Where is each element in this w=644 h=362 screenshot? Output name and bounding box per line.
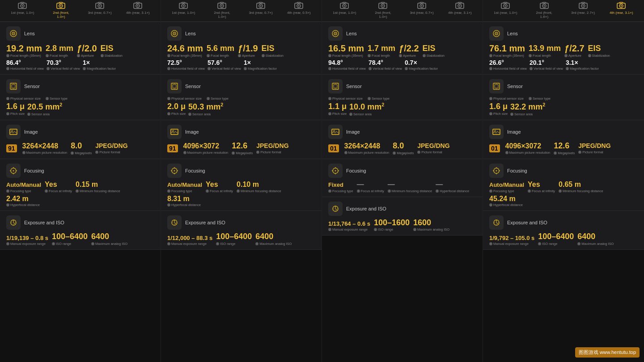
info-dot[interactable]: i (393, 152, 396, 155)
info-dot[interactable]: i (232, 152, 235, 155)
info-dot[interactable]: i (369, 67, 372, 70)
info-dot[interactable]: i (6, 67, 9, 70)
info-dot[interactable]: i (349, 113, 352, 116)
info-dot[interactable]: i (577, 242, 580, 245)
info-dot[interactable]: i (6, 97, 9, 100)
info-dot[interactable]: i (76, 189, 79, 193)
info-dot[interactable]: i (489, 67, 492, 70)
info-dot[interactable]: i (208, 67, 211, 70)
info-dot[interactable]: i (489, 112, 492, 115)
info-dot[interactable]: i (6, 112, 9, 115)
info-dot[interactable]: i (510, 113, 513, 116)
info-dot[interactable]: i (167, 242, 170, 245)
info-dot[interactable]: i (6, 54, 9, 57)
info-dot[interactable]: i (405, 67, 408, 70)
info-dot[interactable]: i (27, 113, 30, 116)
info-dot[interactable]: i (564, 54, 568, 57)
info-dot[interactable]: i (344, 151, 347, 154)
header-cam-2-3[interactable]: 3rd (rear, 0.7×) (249, 2, 272, 19)
info-dot[interactable]: i (237, 189, 240, 193)
info-dot[interactable]: i (216, 242, 219, 245)
info-dot[interactable]: i (530, 67, 533, 70)
info-dot[interactable]: i (167, 54, 170, 57)
info-dot[interactable]: i (46, 97, 49, 100)
info-dot[interactable]: i (368, 54, 371, 57)
header-cam-4-4[interactable]: 4th (rear, 3.1×) (610, 2, 633, 19)
info-dot[interactable]: i (328, 228, 331, 231)
info-dot[interactable]: i (538, 242, 541, 245)
info-dot[interactable]: i (529, 54, 532, 57)
info-dot[interactable]: i (328, 67, 331, 70)
info-dot[interactable]: i (71, 152, 74, 155)
header-cam-1-2[interactable]: 2nd (front, 1.0×) (49, 2, 73, 19)
info-dot[interactable]: i (52, 242, 55, 245)
header-cam-2-2[interactable]: 2nd (front, 1.0×) (210, 2, 234, 19)
info-dot[interactable]: i (188, 113, 191, 116)
info-dot[interactable]: i (6, 242, 9, 245)
info-dot[interactable]: i (328, 97, 331, 100)
info-dot[interactable]: i (559, 189, 562, 193)
info-dot[interactable]: i (46, 54, 49, 57)
info-dot[interactable]: i (489, 54, 492, 57)
info-dot[interactable]: i (6, 189, 9, 193)
info-dot[interactable]: i (167, 112, 170, 115)
info-dot[interactable]: i (357, 189, 360, 193)
header-cam-2-1[interactable]: 1st (rear, 1.0×) (172, 2, 195, 19)
info-dot[interactable]: i (328, 54, 331, 57)
info-dot[interactable]: i (566, 67, 569, 70)
info-dot[interactable]: i (489, 242, 492, 245)
header-cam-1-3[interactable]: 3rd (rear, 0.7×) (88, 2, 111, 19)
info-dot[interactable]: i (262, 54, 265, 57)
info-dot[interactable]: i (167, 203, 170, 206)
info-dot[interactable]: i (436, 189, 439, 193)
info-dot[interactable]: i (374, 228, 377, 231)
info-dot[interactable]: i (489, 189, 492, 193)
info-dot[interactable]: i (489, 97, 492, 100)
header-cam-3-4[interactable]: 4th (rear, 3.1×) (448, 2, 472, 19)
info-dot[interactable]: i (417, 151, 420, 154)
info-dot[interactable]: i (244, 67, 247, 70)
header-cam-4-3[interactable]: 3rd (rear, 2.7×) (571, 2, 595, 19)
info-dot[interactable]: i (167, 97, 170, 100)
info-dot[interactable]: i (256, 151, 259, 154)
info-dot[interactable]: i (83, 67, 86, 70)
info-dot[interactable]: i (95, 151, 98, 154)
info-dot[interactable]: i (328, 112, 331, 115)
header-cam-4-2[interactable]: 2nd (front, 1.6×) (532, 2, 556, 19)
header-cam-4-1[interactable]: 1st (rear, 1.0×) (494, 2, 517, 19)
header-cam-3-3[interactable]: 3rd (rear, 0.7×) (410, 2, 433, 19)
header-cam-2-4[interactable]: 4th (rear, 0.5×) (287, 2, 311, 19)
info-dot[interactable]: i (91, 242, 94, 245)
header-cam-3-2[interactable]: 2nd (front, 1.0×) (371, 2, 395, 19)
info-dot[interactable]: i (489, 203, 492, 206)
info-dot[interactable]: i (206, 189, 209, 193)
info-dot[interactable]: i (6, 203, 9, 206)
info-dot[interactable]: i (588, 54, 591, 57)
info-dot[interactable]: i (238, 54, 241, 57)
info-dot[interactable]: i (505, 151, 508, 154)
info-dot[interactable]: i (207, 54, 210, 57)
header-cam-1-4[interactable]: 4th (rear, 3.1×) (126, 2, 150, 19)
info-dot[interactable]: i (328, 189, 331, 193)
info-dot[interactable]: i (183, 151, 186, 154)
info-dot[interactable]: i (368, 97, 371, 100)
info-dot[interactable]: i (529, 97, 532, 100)
info-dot[interactable]: i (47, 67, 50, 70)
info-dot[interactable]: i (167, 189, 170, 193)
info-dot[interactable]: i (101, 54, 104, 57)
info-dot[interactable]: i (528, 189, 531, 193)
info-dot[interactable]: i (167, 67, 170, 70)
info-dot[interactable]: i (413, 228, 416, 231)
info-dot[interactable]: i (554, 152, 557, 155)
header-cam-3-1[interactable]: 1st (rear, 1.0×) (333, 2, 356, 19)
info-dot[interactable]: i (255, 242, 258, 245)
info-dot[interactable]: i (77, 54, 80, 57)
info-dot[interactable]: i (578, 151, 581, 154)
header-cam-1-1[interactable]: 1st (rear, 1.0×) (11, 2, 34, 19)
info-dot[interactable]: i (22, 151, 25, 154)
info-dot[interactable]: i (423, 54, 426, 57)
info-dot[interactable]: i (399, 54, 402, 57)
info-dot[interactable]: i (45, 189, 48, 193)
info-dot[interactable]: i (207, 97, 210, 100)
info-dot[interactable]: i (388, 189, 391, 193)
